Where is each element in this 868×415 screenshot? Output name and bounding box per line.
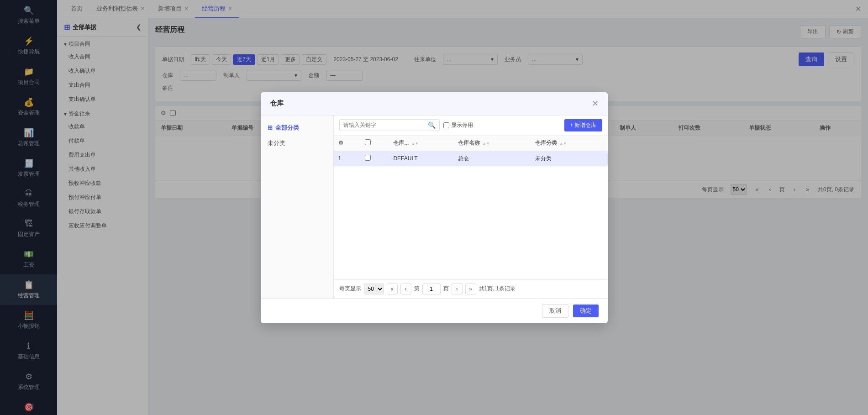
show-disabled-checkbox-label[interactable]: 显示停用 — [443, 121, 473, 129]
modal-per-page-select[interactable]: 50 — [364, 284, 384, 294]
row-checkbox[interactable] — [365, 155, 371, 161]
cancel-btn[interactable]: 取消 — [542, 304, 568, 318]
show-disabled-checkbox[interactable] — [443, 122, 449, 128]
row-category: 未分类 — [531, 151, 608, 166]
row-num: 1 — [334, 151, 361, 166]
modal-pagination: 每页显示 50 « ‹ 第 页 › » 共1页, 1条记录 — [334, 279, 608, 298]
sort-cat-icon: ▲▼ — [559, 142, 567, 146]
row-check — [360, 151, 389, 166]
modal-title: 仓库 — [270, 99, 284, 108]
warehouse-modal: 仓库 ✕ ⊞ 全部分类 未分类 🔍 — [261, 92, 608, 323]
modal-col-code: 仓库... ▲▼ — [389, 136, 453, 151]
modal-body: ⊞ 全部分类 未分类 🔍 显示停用 — [261, 116, 608, 298]
modal-search-box[interactable]: 🔍 — [339, 119, 440, 131]
modal-first-btn[interactable]: « — [387, 284, 398, 294]
row-code: DEFAULT — [389, 151, 453, 166]
sort-name-icon: ▲▼ — [483, 142, 490, 146]
modal-col-settings: ⚙ — [334, 136, 361, 151]
grid-cat-icon: ⊞ — [268, 124, 273, 131]
modal-select-all[interactable] — [365, 139, 371, 145]
show-disabled-label: 显示停用 — [451, 121, 473, 129]
modal-table-container: ⚙ 仓库... ▲▼ 仓库名称 — [334, 136, 608, 279]
modal-page-prefix: 第 — [414, 285, 420, 293]
modal-per-page-label: 每页显示 — [339, 285, 361, 293]
add-warehouse-btn[interactable]: + 新增仓库 — [564, 119, 602, 131]
modal-col-check — [360, 136, 389, 151]
modal-prev-btn[interactable]: ‹ — [400, 284, 411, 294]
modal-toolbar: 🔍 显示停用 + 新增仓库 — [334, 116, 608, 136]
modal-next-btn[interactable]: › — [452, 284, 463, 294]
modal-col-name: 仓库名称 ▲▼ — [453, 136, 531, 151]
modal-page-label: 页 — [443, 285, 449, 293]
modal-category-panel: ⊞ 全部分类 未分类 — [261, 116, 334, 298]
search-icon: 🔍 — [428, 121, 436, 129]
modal-close-btn[interactable]: ✕ — [592, 99, 599, 109]
modal-page-input[interactable] — [422, 284, 441, 294]
modal-last-btn[interactable]: » — [465, 284, 476, 294]
modal-category-uncat-label: 未分类 — [268, 139, 285, 147]
modal-total-text: 共1页, 1条记录 — [479, 285, 516, 293]
sort-code-icon: ▲▼ — [411, 142, 419, 146]
modal-right-panel: 🔍 显示停用 + 新增仓库 ⚙ — [334, 116, 608, 298]
modal-footer: 取消 确定 — [261, 298, 608, 323]
modal-search-input[interactable] — [343, 122, 426, 128]
modal-table: ⚙ 仓库... ▲▼ 仓库名称 — [334, 136, 608, 167]
modal-category-all-label: 全部分类 — [275, 124, 299, 132]
modal-col-category: 仓库分类 ▲▼ — [531, 136, 608, 151]
gear-col-icon[interactable]: ⚙ — [338, 140, 343, 146]
modal-overlay[interactable]: 仓库 ✕ ⊞ 全部分类 未分类 🔍 — [0, 0, 868, 415]
modal-category-uncat[interactable]: 未分类 — [261, 136, 333, 151]
modal-category-all[interactable]: ⊞ 全部分类 — [261, 120, 333, 136]
modal-header: 仓库 ✕ — [261, 92, 608, 116]
row-name: 总仓 — [453, 151, 531, 166]
modal-table-row[interactable]: 1 DEFAULT 总仓 未分类 — [334, 151, 608, 166]
confirm-btn[interactable]: 确定 — [573, 305, 599, 317]
